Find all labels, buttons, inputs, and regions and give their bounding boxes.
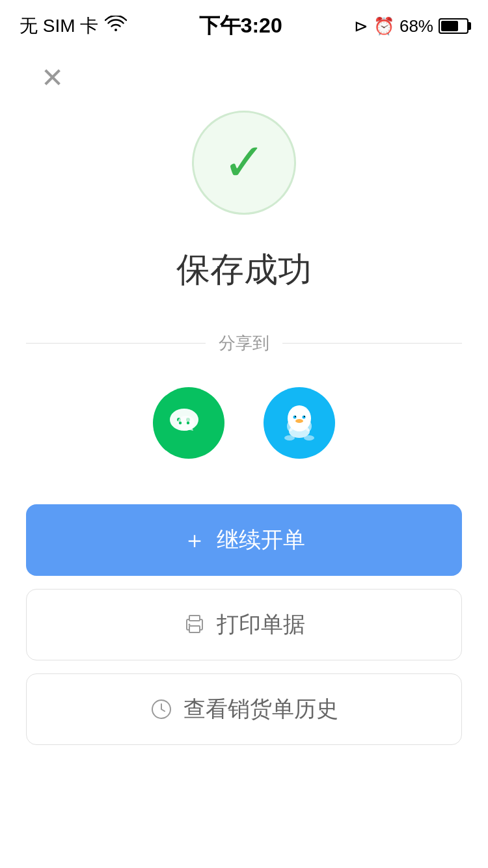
success-circle: ✓ [192, 111, 296, 215]
print-label: 打印单据 [217, 610, 305, 640]
svg-point-4 [187, 422, 189, 424]
carrier-text: 无 SIM 卡 [20, 14, 98, 38]
share-qq-button[interactable] [264, 387, 335, 459]
divider-line-right [282, 343, 462, 344]
share-label: 分享到 [219, 332, 269, 355]
status-left: 无 SIM 卡 [20, 14, 127, 38]
location-icon: ⊳ [354, 16, 368, 36]
continue-label: 继续开单 [217, 525, 305, 555]
action-buttons: ＋ 继续开单 打印单据 查看销货单历史 [26, 504, 462, 758]
close-button[interactable]: ✕ [33, 59, 72, 98]
plus-icon: ＋ [183, 524, 206, 556]
svg-point-3 [179, 422, 182, 424]
close-icon: ✕ [41, 64, 64, 92]
svg-rect-19 [189, 616, 200, 621]
print-button[interactable]: 打印单据 [26, 589, 462, 660]
svg-point-17 [304, 435, 314, 441]
wechat-icon [167, 405, 210, 441]
qq-icon [281, 401, 318, 444]
svg-point-16 [284, 435, 295, 441]
share-wechat-button[interactable] [153, 387, 224, 459]
battery-icon [439, 18, 468, 34]
svg-point-14 [287, 421, 293, 431]
svg-point-21 [189, 624, 191, 626]
checkmark-icon: ✓ [223, 137, 266, 189]
svg-point-11 [304, 416, 305, 417]
time-display: 下午3:20 [199, 12, 282, 40]
svg-point-12 [295, 419, 303, 423]
status-bar: 无 SIM 卡 下午3:20 ⊳ ⏰ 68% [0, 0, 488, 52]
history-button[interactable]: 查看销货单历史 [26, 673, 462, 745]
status-right: ⊳ ⏰ 68% [354, 16, 468, 36]
continue-button[interactable]: ＋ 继续开单 [26, 504, 462, 576]
svg-point-9 [303, 416, 306, 419]
battery-percent: 68% [400, 16, 433, 36]
print-icon [183, 613, 206, 636]
svg-point-10 [295, 416, 296, 417]
alarm-icon: ⏰ [373, 16, 394, 36]
divider-line-left [26, 343, 206, 344]
svg-point-15 [305, 421, 312, 431]
share-divider: 分享到 [26, 332, 462, 355]
share-icons [153, 387, 335, 459]
wifi-icon [105, 16, 127, 37]
main-content: ✓ 保存成功 分享到 [0, 52, 488, 758]
success-title: 保存成功 [176, 247, 312, 293]
svg-point-8 [293, 416, 297, 419]
svg-rect-20 [189, 626, 200, 632]
history-icon [150, 698, 173, 721]
history-label: 查看销货单历史 [183, 694, 338, 724]
